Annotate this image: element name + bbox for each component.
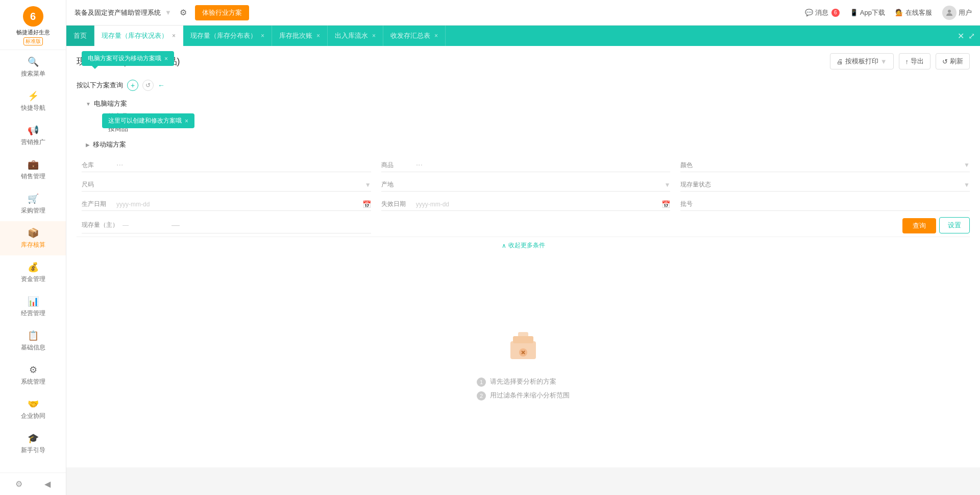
topbar: 装备及固定资产辅助管理系统 ▼ ⚙ 体验行业方案 💬 消息 6 📱 App下载 … [66, 0, 980, 26]
tab-expand-icon[interactable]: ⤢ [968, 31, 975, 41]
collapse-bar[interactable]: ∧ 收起更多条件 [77, 237, 970, 254]
filter-row-1: 仓库 ··· 商品 ··· 颜色 ▼ [82, 155, 970, 175]
scheme-desktop-group[interactable]: ▼ 电脑端方案 [82, 97, 970, 110]
sidebar-item-basic[interactable]: 📋 基础信息 [0, 324, 66, 358]
size-dropdown-icon: ▼ [365, 181, 371, 188]
inventory-status-select[interactable]: ▼ [715, 181, 970, 188]
filter-goods: 商品 ··· [381, 158, 671, 172]
user-avatar [942, 6, 957, 20]
produce-date-calendar-icon[interactable]: 📅 [362, 200, 371, 208]
origin-dropdown-icon: ▼ [664, 181, 670, 188]
tooltip2-close[interactable]: × [185, 117, 188, 125]
collapse-arrow-icon: ∧ [502, 242, 506, 249]
scheme-item-by-goods1[interactable]: 按商品 [92, 110, 970, 123]
sidebar-item-purchase[interactable]: 🛒 采购管理 [0, 187, 66, 221]
filter-inventory-status: 现存量状态 ▼ [680, 178, 970, 192]
qty-min-input[interactable] [122, 221, 163, 229]
inv-status-dropdown-icon: ▼ [964, 181, 970, 188]
scheme-mobile-group[interactable]: ▶ 移动端方案 [82, 138, 970, 151]
purchase-icon: 🛒 [28, 193, 39, 204]
filter-warehouse: 仓库 ··· [82, 158, 371, 172]
app-btn[interactable]: 📱 App下载 [850, 8, 885, 17]
sidebar-item-guide[interactable]: 🎓 新手引导 [0, 427, 66, 461]
query-btn[interactable]: 查询 [902, 218, 936, 233]
query-btn-area: 查询 设置 [680, 217, 970, 233]
sidebar-item-quick[interactable]: ⚡ 快捷导航 [0, 84, 66, 119]
enterprise-icon: 🤝 [28, 398, 39, 410]
export-btn[interactable]: ↑ 导出 [899, 53, 931, 69]
sidebar-item-enterprise[interactable]: 🤝 企业协同 [0, 392, 66, 427]
page-header: 现存量查询(按仓库+商品) 🖨 按模板打印 ▼ ↑ 导出 ↺ 刷新 [66, 46, 980, 75]
filter-row-2: 尺码 ▼ 产地 ▼ [82, 175, 970, 195]
sidebar-item-sales[interactable]: 💼 销售管理 [0, 153, 66, 187]
filter-arrow-btn[interactable]: ← [158, 81, 165, 89]
message-badge: 6 [831, 9, 840, 17]
sidebar-settings-btn[interactable]: ⚙ [15, 479, 22, 489]
filter-refresh-btn[interactable]: ↺ [142, 80, 154, 91]
color-dropdown-icon: ▼ [964, 161, 970, 169]
size-select[interactable]: ▼ [116, 181, 371, 188]
tooltip1-close[interactable]: × [164, 55, 168, 62]
tab-inout[interactable]: 出入库流水 × [328, 26, 383, 46]
batch-input[interactable] [715, 200, 970, 208]
tab-inventory-dist[interactable]: 现存量（库存分布表） × [183, 26, 272, 46]
service-btn[interactable]: 💁 在线客服 [895, 8, 932, 17]
system-name: 装备及固定资产辅助管理系统 [75, 8, 161, 17]
filter-size: 尺码 ▼ [82, 178, 371, 192]
tab-batch[interactable]: 库存批次账 × [272, 26, 328, 46]
sidebar-collapse-btn[interactable]: ◀ [44, 479, 51, 489]
print-btn[interactable]: 🖨 按模板打印 ▼ [830, 53, 894, 69]
expire-date-calendar-icon[interactable]: 📅 [662, 200, 670, 208]
refresh-icon: ↺ [942, 58, 948, 65]
color-select[interactable]: ▼ [715, 161, 970, 169]
svg-point-0 [948, 10, 951, 13]
tab-inventory-status[interactable]: 现存量（库存状况表） × [94, 26, 183, 46]
user-btn[interactable]: 用户 [942, 6, 972, 20]
sales-icon: 💼 [28, 159, 39, 170]
tab-summary[interactable]: 收发存汇总表 × [383, 26, 446, 46]
step1-num: 1 [477, 378, 486, 387]
filter-color: 颜色 ▼ [680, 158, 970, 172]
sidebar-nav: 🔍 搜索菜单 ⚡ 快捷导航 📢 营销推广 💼 销售管理 🛒 采购管理 📦 库存核… [0, 50, 66, 473]
tab-close-inventory-status[interactable]: × [172, 32, 176, 39]
basic-icon: 📋 [28, 330, 39, 341]
sidebar-logo: 6 畅捷通好生意 标准版 [0, 0, 66, 50]
goods-dots[interactable]: ··· [416, 160, 423, 170]
origin-select[interactable]: ▼ [416, 181, 671, 188]
tab-close-batch[interactable]: × [316, 32, 320, 39]
tab-home[interactable]: 首页 [66, 26, 94, 46]
content-area: 现存量查询(按仓库+商品) 🖨 按模板打印 ▼ ↑ 导出 ↺ 刷新 [66, 46, 980, 495]
tab-close-inout[interactable]: × [372, 32, 376, 39]
svg-rect-2 [513, 336, 533, 343]
svg-rect-3 [518, 332, 528, 337]
tab-close-inventory-dist[interactable]: × [261, 32, 264, 39]
export-icon: ↑ [905, 58, 909, 65]
service-icon: 💁 [895, 9, 903, 16]
qty-max-input[interactable] [188, 221, 229, 229]
empty-text: 1 请先选择要分析的方案 2 用过滤条件来缩小分析范围 [477, 377, 570, 405]
step2-num: 2 [477, 391, 486, 400]
produce-date-input[interactable] [116, 200, 358, 208]
trial-btn[interactable]: 体验行业方案 [195, 5, 249, 20]
sidebar-item-operation[interactable]: 📊 经营管理 [0, 290, 66, 324]
message-btn[interactable]: 💬 消息 6 [805, 8, 840, 17]
filter-expire-date: 失效日期 📅 [381, 198, 671, 211]
scheme-item-by-goods2[interactable]: 按商品 [92, 123, 970, 135]
tab-close-summary[interactable]: × [434, 32, 438, 39]
expire-date-input[interactable] [416, 200, 658, 208]
tab-close-all-icon[interactable]: ✕ [958, 31, 964, 41]
settings-btn[interactable]: 设置 [939, 217, 970, 233]
print-icon: 🖨 [837, 58, 843, 65]
refresh-btn[interactable]: ↺ 刷新 [936, 53, 970, 69]
warehouse-dots[interactable]: ··· [116, 160, 123, 170]
sidebar-item-system[interactable]: ⚙ 系统管理 [0, 358, 66, 392]
sidebar-item-inventory[interactable]: 📦 库存核算 [0, 221, 66, 255]
sidebar-item-marketing[interactable]: 📢 营销推广 [0, 119, 66, 153]
sidebar: 6 畅捷通好生意 标准版 🔍 搜索菜单 ⚡ 快捷导航 📢 营销推广 💼 销售管理… [0, 0, 66, 495]
filter-qty-main: 现存量（主） — [82, 217, 371, 233]
sidebar-item-search[interactable]: 🔍 搜索菜单 [0, 50, 66, 84]
topbar-gear-icon[interactable]: ⚙ [180, 8, 187, 17]
filter-add-btn[interactable]: + [127, 80, 138, 91]
sidebar-item-finance[interactable]: 💰 资金管理 [0, 255, 66, 290]
filter-origin: 产地 ▼ [381, 178, 671, 192]
